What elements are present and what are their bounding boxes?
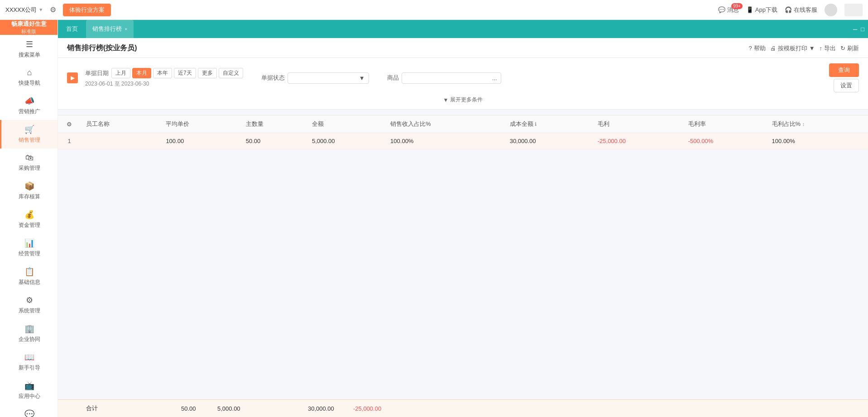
page-title: 销售排行榜(按业务员) <box>67 43 137 58</box>
tab-minimize-icon[interactable]: ─ <box>853 26 857 33</box>
sidebar-item-system[interactable]: ⚙ 系统管理 <box>0 291 58 319</box>
last7-btn[interactable]: 近7天 <box>174 68 196 78</box>
online-service-btn[interactable]: 🎧 在线客服 <box>785 6 817 14</box>
company-selector[interactable]: XXXXX公司 ▼ <box>5 6 43 14</box>
last-month-btn[interactable]: 上月 <box>111 68 130 78</box>
content-area: 首页 销售排行榜 × ─ □ 销售排行榜(按业务员) ? 帮助 <box>58 20 868 417</box>
home-icon: ⌂ <box>27 68 32 77</box>
sidebar-item-app-center[interactable]: 📺 应用中心 <box>0 376 58 405</box>
filter-toggle-btn[interactable]: ▶ <box>67 72 78 83</box>
export-btn[interactable]: ↑ 导出 <box>820 44 836 53</box>
help-btn[interactable]: ? 帮助 <box>748 44 765 53</box>
filter-toggle-icon: ▶ <box>71 75 75 81</box>
footer-cost: 30,000.00 <box>308 405 353 412</box>
cell-profit: -25,000.00 <box>592 133 683 149</box>
sidebar-label-quick: 快捷导航 <box>19 79 40 87</box>
cell-name <box>81 133 160 149</box>
help-label: 帮助 <box>754 44 766 53</box>
app-download-btn[interactable]: 📱 App下载 <box>746 6 777 14</box>
footer-qty: 50.00 <box>181 405 217 412</box>
sidebar-item-search-order[interactable]: ☰ 搜索菜单 <box>0 35 58 63</box>
sidebar-label-guide: 新手引导 <box>19 364 40 372</box>
sidebar-label-app-center: 应用中心 <box>19 393 40 400</box>
status-label: 单据状态 <box>261 74 285 82</box>
message-btn[interactable]: 💬 消息 99+ <box>718 6 739 14</box>
sidebar-label-enterprise: 企业协同 <box>19 336 40 343</box>
export-icon: ↑ <box>820 45 823 52</box>
sidebar-item-wechat[interactable]: 💬 企业微信 <box>0 405 58 417</box>
cell-profit-pct: 100.00% <box>767 133 868 149</box>
col-sales-pct: 销售收入占比% <box>385 115 504 133</box>
headset-icon: 🎧 <box>785 6 792 13</box>
footer-profit: -25,000.00 <box>353 405 398 412</box>
page-content: 销售排行榜(按业务员) ? 帮助 🖨 按模板打印 ▼ ↑ 导出 <box>58 38 868 417</box>
filter-right: 查询 设置 <box>829 63 859 92</box>
logo-line1: 畅康通好生意 <box>11 20 47 28</box>
expand-icon: ▼ <box>443 97 449 103</box>
table-area: ⚙ 员工名称 平均单价 主数量 全额 销售收入占比% 成本全额 ℹ 毛利 毛利率… <box>58 110 868 417</box>
col-cost: 成本全额 ℹ <box>504 115 592 133</box>
tab-home[interactable]: 首页 <box>58 20 86 38</box>
footer-amount: 5,000.00 <box>217 405 263 412</box>
col-amount: 全额 <box>307 115 385 133</box>
tab-maximize-icon[interactable]: □ <box>861 26 864 33</box>
period-buttons: 上月 本月 本年 近7天 更多 自定义 <box>111 68 243 78</box>
sales-icon: 🛒 <box>24 125 34 134</box>
sidebar-item-finance[interactable]: 💰 资金管理 <box>0 205 58 234</box>
sidebar-label-purchase: 采购管理 <box>19 164 40 172</box>
this-year-btn[interactable]: 本年 <box>153 68 172 78</box>
sidebar-item-enterprise[interactable]: 🏢 企业协同 <box>0 319 58 348</box>
sidebar-item-purchase[interactable]: 🛍 采购管理 <box>0 149 58 177</box>
print-label: 按模板打印 <box>778 44 807 53</box>
expand-label: 展开更多条件 <box>450 96 483 104</box>
cell-qty: 50.00 <box>240 133 307 149</box>
query-btn[interactable]: 查询 <box>829 63 859 77</box>
tab-sales-ranking[interactable]: 销售排行榜 × <box>86 20 134 38</box>
app-center-icon: 📺 <box>24 381 34 391</box>
sidebar-item-quick-nav[interactable]: ⌂ 快捷导航 <box>0 63 58 91</box>
main-layout: 畅康通好生意 标准版 ☰ 搜索菜单 ⌂ 快捷导航 📣 营销推广 🛒 销售管理 🛍… <box>0 20 868 417</box>
col-settings[interactable]: ⚙ <box>58 115 81 133</box>
avatar[interactable] <box>825 4 837 16</box>
refresh-btn[interactable]: ↻ 刷新 <box>840 44 859 53</box>
sidebar-item-basic-info[interactable]: 📋 基础信息 <box>0 262 58 291</box>
system-icon: ⚙ <box>26 295 33 305</box>
status-filter-group: 单据状态 ▼ <box>261 72 369 84</box>
more-btn[interactable]: 更多 <box>198 68 217 78</box>
tab-label: 销售排行榜 <box>92 25 122 33</box>
goods-input[interactable]: ... <box>402 72 501 84</box>
settings-btn[interactable]: 设置 <box>834 79 859 92</box>
sidebar-item-operations[interactable]: 📊 经营管理 <box>0 234 58 262</box>
page-header: 销售排行榜(按业务员) ? 帮助 🖨 按模板打印 ▼ ↑ 导出 <box>58 38 868 58</box>
user-name-placeholder[interactable] <box>844 4 863 16</box>
footer-label: 合计 <box>86 404 140 412</box>
tab-close-icon[interactable]: × <box>125 26 127 32</box>
settings-icon[interactable]: ⚙ <box>47 4 59 16</box>
cell-rank: 1 <box>58 133 81 149</box>
page-header-actions: ? 帮助 🖨 按模板打印 ▼ ↑ 导出 ↻ 刷新 <box>748 44 859 57</box>
status-chevron-icon: ▼ <box>359 75 365 81</box>
print-btn[interactable]: 🖨 按模板打印 ▼ <box>770 44 815 53</box>
table-row[interactable]: 1100.0050.005,000.00100.00%30,000.00-25,… <box>58 133 868 149</box>
table-footer: 合计 50.00 5,000.00 30,000.00 -25,000.00 <box>58 399 868 417</box>
sidebar-item-guide[interactable]: 📖 新手引导 <box>0 348 58 376</box>
sidebar-logo: 畅康通好生意 标准版 <box>0 20 58 35</box>
cell-cost: 30,000.00 <box>504 133 592 149</box>
goods-more-icon: ... <box>492 75 497 81</box>
logo-line2: 标准版 <box>21 28 36 35</box>
this-month-btn[interactable]: 本月 <box>132 68 151 78</box>
expand-btn[interactable]: ▼ 展开更多条件 <box>443 96 483 104</box>
sidebar-item-marketing[interactable]: 📣 营销推广 <box>0 91 58 120</box>
trial-button[interactable]: 体验行业方案 <box>63 4 111 16</box>
status-select[interactable]: ▼ <box>288 72 369 84</box>
operations-icon: 📊 <box>24 238 34 248</box>
print-chevron-icon: ▼ <box>809 45 815 52</box>
filter-area: ▶ 单据日期 上月 本月 本年 近7天 更多 自定义 <box>58 58 868 110</box>
data-table: ⚙ 员工名称 平均单价 主数量 全额 销售收入占比% 成本全额 ℹ 毛利 毛利率… <box>58 115 868 149</box>
sidebar-item-sales[interactable]: 🛒 销售管理 <box>0 120 58 149</box>
profit-pct-icon: ↕ <box>802 121 805 127</box>
table-scroll-container[interactable]: ⚙ 员工名称 平均单价 主数量 全额 销售收入占比% 成本全额 ℹ 毛利 毛利率… <box>58 115 868 399</box>
custom-btn[interactable]: 自定义 <box>219 68 243 78</box>
sidebar-item-inventory[interactable]: 📦 库存核算 <box>0 177 58 205</box>
message-icon: 💬 <box>718 6 725 13</box>
